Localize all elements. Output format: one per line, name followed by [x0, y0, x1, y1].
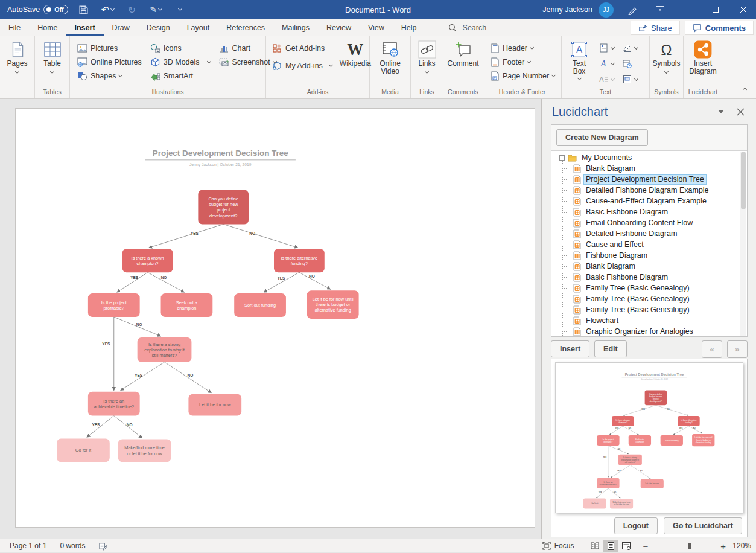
smartart-button[interactable]: SmartArt — [148, 69, 213, 83]
create-new-diagram-button[interactable]: Create New Diagram — [556, 129, 648, 146]
minimize-button[interactable] — [675, 0, 700, 19]
icons-button[interactable]: Icons — [148, 41, 213, 55]
my-addins-button[interactable]: My Add-ins — [270, 59, 335, 72]
zoom-in-button[interactable]: + — [720, 541, 726, 551]
edit-button[interactable]: Edit — [594, 340, 627, 357]
document-list-item[interactable]: Detailed Fishbone Diagram — [551, 228, 740, 239]
document-list-item[interactable]: Blank Diagram — [551, 163, 740, 174]
previous-page-button[interactable]: « — [702, 340, 722, 358]
insert-button[interactable]: Insert — [551, 340, 589, 357]
panel-close-button[interactable] — [732, 108, 749, 116]
ribbon-group-links: Links Links — [411, 36, 443, 98]
wordart-button[interactable]: A — [597, 57, 617, 71]
document-list-item[interactable]: Family Tree (Basic Genealogy) — [551, 283, 740, 293]
avatar[interactable]: JJ — [599, 2, 614, 18]
document-list-item[interactable]: Cause-and-Effect Diagram Example — [551, 196, 740, 206]
chart-icon — [219, 43, 229, 53]
ink-editor-button[interactable] — [620, 0, 645, 19]
document-list-item[interactable]: Flowchart — [551, 315, 740, 326]
tab-references[interactable]: References — [218, 19, 273, 36]
document-list-item[interactable]: Basic Fishbone Diagram — [551, 272, 740, 283]
online-pictures-button[interactable]: Online Pictures — [75, 55, 144, 69]
page-number-button[interactable]: # Page Number — [488, 69, 557, 83]
table-button[interactable]: Table — [36, 36, 69, 88]
tab-design[interactable]: Design — [138, 19, 179, 36]
zoom-out-button[interactable]: − — [643, 541, 648, 551]
symbols-button[interactable]: Ω Symbols — [650, 36, 683, 88]
document-list-item[interactable]: Detailed Fishbone Diagram Example — [551, 185, 740, 196]
document-list-item[interactable]: Graphic Organizer for Analogies — [551, 326, 740, 336]
panel-menu-button[interactable] — [713, 110, 729, 113]
maximize-button[interactable] — [703, 0, 728, 19]
zoom-level[interactable]: 120% — [726, 542, 751, 550]
web-layout-button[interactable] — [618, 540, 634, 552]
document-list-item[interactable]: Family Tree (Basic Genealogy) — [551, 304, 740, 315]
document-list-item[interactable]: Blank Diagram — [551, 261, 740, 272]
date-time-button[interactable] — [620, 57, 640, 71]
tab-insert[interactable]: Insert — [66, 19, 104, 36]
links-button[interactable]: Links — [411, 36, 443, 88]
close-button[interactable] — [731, 0, 756, 19]
tree-expander-icon[interactable] — [559, 155, 565, 161]
comments-button[interactable]: Comments — [685, 21, 754, 35]
quick-parts-icon — [599, 43, 608, 53]
quick-parts-button[interactable] — [597, 41, 617, 55]
search-box[interactable]: Search — [448, 19, 487, 36]
signature-line-button[interactable] — [620, 41, 640, 55]
proofing-button[interactable] — [98, 542, 107, 551]
tab-review[interactable]: Review — [318, 19, 360, 36]
lucidchart-document-icon — [573, 273, 581, 282]
tab-mailings[interactable]: Mailings — [273, 19, 318, 36]
document-list-item[interactable]: Fishbone Diagram — [551, 250, 740, 261]
document-list-item[interactable]: Cause and Effect — [551, 239, 740, 250]
tree-root-my-documents[interactable]: My Documents — [551, 152, 740, 163]
svg-text:A: A — [600, 59, 606, 68]
lucidchart-document-icon — [573, 175, 581, 184]
document-list-item[interactable]: Family Tree (Basic Genealogy) — [551, 293, 740, 304]
object-button[interactable] — [620, 72, 640, 86]
document-list-item[interactable]: Email Onboarding Content Flow — [551, 217, 740, 228]
get-addins-button[interactable]: Get Add-ins — [270, 41, 335, 55]
document-page[interactable]: Project Development Decision TreeJenny J… — [15, 108, 535, 528]
new-comment-button[interactable]: Comment — [445, 36, 482, 88]
footer-button[interactable]: Footer — [488, 55, 557, 69]
read-mode-button[interactable] — [587, 540, 603, 552]
go-to-lucidchart-button[interactable]: Go to Lucidchart — [664, 517, 742, 534]
tab-view[interactable]: View — [360, 19, 393, 36]
3d-models-button[interactable]: 3D Models — [148, 55, 213, 69]
pictures-button[interactable]: Pictures — [75, 41, 144, 55]
document-list-item[interactable]: Project Development Decision Tree — [551, 174, 740, 185]
wikipedia-button[interactable]: W Wikipedia — [340, 36, 371, 88]
word-count[interactable]: 0 words — [60, 542, 85, 550]
drop-cap-button[interactable]: A — [597, 72, 617, 86]
logout-button[interactable]: Logout — [614, 517, 658, 534]
tab-draw[interactable]: Draw — [104, 19, 138, 36]
share-button[interactable]: Share — [631, 21, 680, 35]
document-canvas[interactable]: Project Development Decision TreeJenny J… — [0, 99, 542, 539]
print-layout-icon — [607, 542, 615, 551]
shapes-button[interactable]: Shapes — [75, 69, 144, 83]
tab-file[interactable]: File — [0, 19, 29, 36]
ribbon-display-options-button[interactable] — [647, 0, 673, 19]
text-box-button[interactable]: A Text Box — [565, 36, 593, 88]
document-list-item[interactable]: Basic Fishbone Diagram — [551, 206, 740, 217]
tab-help[interactable]: Help — [393, 19, 425, 36]
zoom-slider-handle[interactable] — [688, 543, 691, 549]
tree-scrollbar-thumb[interactable] — [741, 152, 746, 209]
zoom-slider[interactable] — [653, 546, 716, 546]
insert-diagram-button[interactable]: Insert Diagram — [685, 36, 721, 88]
focus-button[interactable]: Focus — [542, 542, 574, 550]
next-page-button[interactable]: » — [727, 340, 748, 358]
tree-scrollbar[interactable] — [740, 152, 746, 336]
tree-node: Is the projectprofitable? — [88, 293, 140, 317]
print-layout-button[interactable] — [603, 540, 618, 552]
diagram-preview[interactable]: Project Development Decision TreeJenny J… — [555, 362, 743, 513]
tab-home[interactable]: Home — [29, 19, 66, 36]
header-button[interactable]: Header — [488, 41, 557, 55]
page-indicator[interactable]: Page 1 of 1 — [10, 542, 46, 550]
tab-layout[interactable]: Layout — [179, 19, 218, 36]
online-video-button[interactable]: Online Video — [372, 36, 408, 88]
collapse-ribbon-button[interactable] — [743, 83, 746, 94]
svg-text:Seek out a: Seek out a — [176, 300, 198, 305]
pages-button[interactable]: Pages — [1, 36, 34, 88]
